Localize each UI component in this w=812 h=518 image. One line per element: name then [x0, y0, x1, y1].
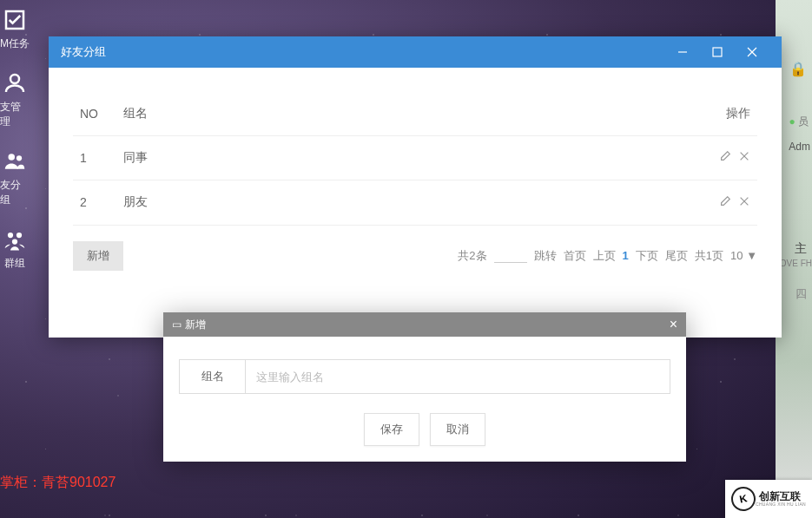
- close-button[interactable]: [735, 36, 769, 68]
- current-page: 1: [623, 249, 629, 262]
- page-size-select[interactable]: 10 ▼: [730, 249, 757, 262]
- minimize-button[interactable]: [665, 36, 700, 68]
- sidebar-item-group[interactable]: 群组: [0, 220, 30, 283]
- modal-body: 组名 保存 取消: [163, 337, 686, 462]
- cell-name: 同事: [116, 136, 688, 180]
- table-row: 2朋友: [73, 180, 757, 225]
- group-name-field: 组名: [179, 359, 670, 394]
- edit-icon[interactable]: [716, 195, 731, 211]
- svg-point-2: [17, 155, 22, 161]
- th-name: 组名: [116, 92, 688, 136]
- window-title: 好友分组: [61, 44, 665, 60]
- modal-title: 新增: [185, 318, 206, 332]
- table-row: 1同事: [73, 136, 757, 180]
- save-button[interactable]: 保存: [364, 413, 419, 446]
- sidebar-item-label: 友分组: [0, 178, 30, 207]
- jump-label[interactable]: 跳转: [534, 248, 557, 264]
- delete-icon[interactable]: [735, 150, 750, 166]
- svg-point-0: [10, 75, 19, 83]
- cell-no: 1: [73, 136, 116, 180]
- svg-point-3: [8, 233, 13, 238]
- cell-no: 2: [73, 180, 116, 225]
- sidebar-item-label: 群组: [4, 256, 25, 271]
- th-no: NO: [73, 92, 116, 136]
- window-icon: ▭: [172, 318, 182, 331]
- prev-page[interactable]: 上页: [593, 248, 616, 264]
- logo-subtext: CHUANG XIN HU LIAN: [756, 502, 806, 507]
- page-jump-input[interactable]: [494, 249, 527, 263]
- titlebar: 好友分组: [49, 36, 782, 68]
- sidebar-item-label: 支管理: [0, 100, 30, 129]
- total-pages: 共1页: [695, 248, 723, 264]
- people-icon: [2, 148, 28, 174]
- right-panel-text: Adm: [789, 141, 810, 153]
- table-header-row: NO 组名 操作: [73, 92, 757, 136]
- lock-icon: 🔒: [789, 61, 807, 77]
- right-panel-text: 主: [795, 241, 807, 257]
- first-page[interactable]: 首页: [564, 248, 586, 264]
- total-count: 共2条: [458, 248, 486, 264]
- cell-actions: [688, 180, 757, 225]
- right-panel-text: ● 员: [789, 115, 809, 129]
- svg-rect-7: [713, 48, 722, 56]
- add-group-modal: ▭ 新增 × 组名 保存 取消: [163, 312, 686, 462]
- sidebar-item-manage[interactable]: 支管理: [0, 63, 30, 141]
- modal-close-button[interactable]: ×: [670, 318, 677, 331]
- edit-icon[interactable]: [716, 150, 731, 166]
- cell-actions: [688, 136, 757, 180]
- cell-name: 朋友: [116, 180, 688, 225]
- user-icon: [2, 70, 28, 96]
- maximize-button[interactable]: [700, 36, 735, 68]
- group-icon: [2, 226, 28, 252]
- last-page[interactable]: 尾页: [665, 248, 688, 264]
- group-table: NO 组名 操作 1同事2朋友: [73, 92, 757, 226]
- checkbox-icon: [2, 7, 28, 33]
- svg-point-1: [9, 154, 16, 161]
- sidebar: M任务 支管理 友分组 群组: [0, 0, 30, 518]
- friend-group-window: 好友分组 NO 组名 操作 1同事2朋友 新增 共2条 跳转 首页 上页: [49, 36, 782, 338]
- brand-logo[interactable]: K 创新互联 CHUANG XIN HU LIAN: [725, 480, 812, 518]
- group-name-input[interactable]: [245, 359, 670, 394]
- sidebar-item-friend-group[interactable]: 友分组: [0, 141, 30, 220]
- pagination: 共2条 跳转 首页 上页 1 下页 尾页 共1页 10 ▼: [458, 248, 757, 264]
- right-panel-text: 四: [795, 286, 807, 302]
- table-footer: 新增 共2条 跳转 首页 上页 1 下页 尾页 共1页 10 ▼: [73, 241, 757, 271]
- cancel-button[interactable]: 取消: [430, 413, 485, 446]
- th-action: 操作: [688, 92, 757, 136]
- field-label: 组名: [179, 359, 245, 394]
- svg-point-5: [12, 239, 17, 244]
- modal-header[interactable]: ▭ 新增 ×: [163, 312, 686, 337]
- sidebar-item-label: M任务: [0, 36, 30, 51]
- svg-point-4: [17, 233, 22, 238]
- logo-mark-icon: K: [729, 484, 757, 513]
- logo-text: 创新互联: [759, 491, 806, 502]
- delete-icon[interactable]: [735, 195, 750, 211]
- next-page[interactable]: 下页: [636, 248, 658, 264]
- add-button[interactable]: 新增: [73, 241, 123, 271]
- window-content: NO 组名 操作 1同事2朋友 新增 共2条 跳转 首页 上页 1 下页 尾页 …: [49, 68, 782, 338]
- sidebar-item-tasks[interactable]: M任务: [0, 0, 30, 63]
- right-panel-text: OVE FH: [780, 259, 812, 268]
